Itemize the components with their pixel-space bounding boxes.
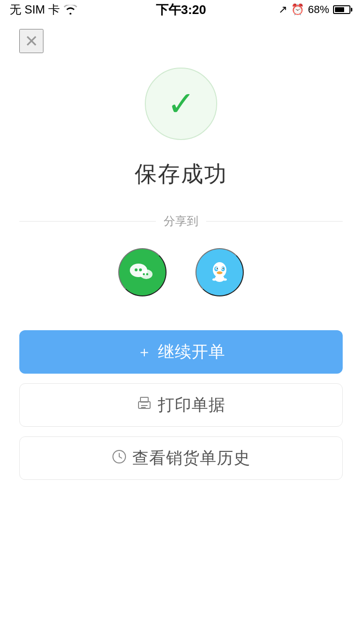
print-icon	[137, 397, 152, 414]
wifi-icon	[64, 5, 77, 14]
action-buttons: ＋ 继续开单 打印单据 查看销货单历史	[19, 330, 343, 480]
qq-icon	[206, 258, 234, 286]
success-circle: ✓	[145, 68, 217, 140]
status-time: 下午3:20	[156, 1, 206, 18]
history-button[interactable]: 查看销货单历史	[19, 436, 343, 480]
battery-icon	[333, 5, 352, 14]
continue-label: 继续开单	[158, 341, 225, 363]
svg-point-1	[135, 268, 138, 271]
svg-point-11	[217, 268, 218, 269]
divider-line-left	[19, 221, 156, 222]
status-right: ↗ ⏰ 68%	[278, 3, 352, 16]
svg-point-16	[223, 279, 227, 281]
wechat-icon	[128, 258, 157, 287]
svg-point-15	[212, 279, 216, 281]
alarm-icon: ⏰	[291, 3, 304, 16]
share-icons	[118, 248, 244, 296]
svg-point-4	[143, 273, 145, 275]
svg-point-13	[217, 271, 223, 274]
plus-icon: ＋	[137, 342, 152, 362]
print-button[interactable]: 打印单据	[19, 383, 343, 427]
svg-rect-20	[141, 407, 146, 408]
success-title: 保存成功	[135, 159, 227, 189]
svg-point-5	[146, 273, 148, 275]
status-bar: 无 SIM 卡 下午3:20 ↗ ⏰ 68%	[0, 0, 362, 19]
continue-button[interactable]: ＋ 继续开单	[19, 330, 343, 374]
location-icon: ↗	[278, 3, 287, 16]
svg-point-12	[223, 268, 223, 269]
battery-percent: 68%	[308, 3, 329, 16]
qq-share-button[interactable]	[195, 248, 244, 296]
main-content: ✕ ✓ 保存成功 分享到	[0, 19, 362, 499]
svg-rect-19	[141, 405, 148, 406]
close-button[interactable]: ✕	[19, 29, 43, 53]
checkmark-icon: ✓	[167, 87, 195, 121]
svg-point-2	[139, 268, 142, 271]
divider-line-right	[206, 221, 343, 222]
svg-point-14	[215, 275, 224, 282]
status-left: 无 SIM 卡	[10, 2, 77, 17]
share-divider: 分享到	[19, 213, 343, 229]
share-label: 分享到	[164, 213, 198, 229]
sim-status: 无 SIM 卡	[10, 2, 60, 17]
close-icon: ✕	[25, 31, 38, 51]
wechat-share-button[interactable]	[118, 248, 167, 296]
print-label: 打印单据	[158, 394, 225, 416]
history-label: 查看销货单历史	[132, 447, 251, 469]
clock-icon	[112, 449, 126, 467]
